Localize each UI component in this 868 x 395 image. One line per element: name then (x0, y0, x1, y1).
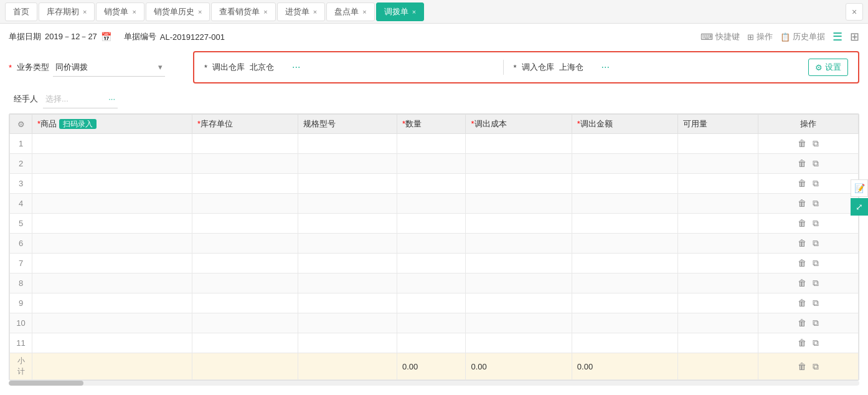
copy-icon[interactable]: ⧉ (813, 278, 819, 288)
history-button[interactable]: 📋 历史单据 (780, 31, 825, 42)
cell-spec[interactable] (298, 154, 397, 174)
right-expand-button[interactable]: ⤢ (851, 198, 868, 216)
cell-goods[interactable] (32, 174, 192, 194)
cell-amount[interactable] (572, 214, 677, 234)
cell-spec[interactable] (298, 174, 397, 194)
cell-spec[interactable] (298, 234, 397, 254)
cell-unit[interactable] (192, 194, 298, 214)
cell-goods[interactable] (32, 274, 192, 293)
copy-icon[interactable]: ⧉ (813, 198, 819, 208)
scroll-thumb[interactable] (9, 381, 83, 386)
cell-spec[interactable] (298, 313, 397, 333)
cell-spec[interactable] (298, 254, 397, 274)
cell-cost[interactable] (466, 234, 572, 254)
tab-sales-history[interactable]: 销货单历史 × (146, 2, 210, 21)
copy-icon[interactable]: ⧉ (813, 318, 819, 328)
cell-amount[interactable] (572, 194, 677, 214)
chevron-down-icon[interactable]: ▾ (158, 62, 163, 72)
right-notes-button[interactable]: 📝 (851, 179, 868, 197)
cell-available[interactable] (678, 254, 758, 274)
cell-amount[interactable] (572, 134, 677, 154)
cell-available[interactable] (678, 214, 758, 234)
cell-available[interactable] (678, 194, 758, 214)
tab-inventory-init[interactable]: 库存期初 × (39, 2, 95, 21)
transfer-out-more-icon[interactable]: ··· (292, 62, 300, 73)
copy-icon[interactable]: ⧉ (813, 258, 819, 268)
delete-icon[interactable]: 🗑 (798, 361, 806, 371)
delete-icon[interactable]: 🗑 (798, 318, 806, 328)
cell-amount[interactable] (572, 313, 677, 333)
cell-goods[interactable] (32, 214, 192, 234)
transfer-in-more-icon[interactable]: ··· (601, 62, 610, 73)
cell-cost[interactable] (466, 293, 572, 313)
cell-goods[interactable] (32, 134, 192, 154)
cell-unit[interactable] (192, 154, 298, 174)
cell-qty[interactable] (397, 313, 466, 333)
cell-cost[interactable] (466, 214, 572, 234)
operator-more-icon[interactable]: ··· (108, 94, 115, 103)
cell-spec[interactable] (298, 194, 397, 214)
close-icon[interactable]: × (263, 8, 267, 16)
delete-icon[interactable]: 🗑 (798, 218, 806, 228)
cell-qty[interactable] (397, 333, 466, 353)
cell-unit[interactable] (192, 254, 298, 274)
cell-amount[interactable] (572, 234, 677, 254)
cell-unit[interactable] (192, 234, 298, 254)
cell-qty[interactable] (397, 214, 466, 234)
cell-unit[interactable] (192, 174, 298, 194)
tab-home[interactable]: 首页 (5, 2, 37, 21)
cell-spec[interactable] (298, 274, 397, 293)
close-icon[interactable]: × (313, 8, 317, 16)
cell-unit[interactable] (192, 214, 298, 234)
tab-inventory[interactable]: 盘点单 × (326, 2, 374, 21)
cell-cost[interactable] (466, 154, 572, 174)
cell-unit[interactable] (192, 313, 298, 333)
cell-cost[interactable] (466, 174, 572, 194)
cell-qty[interactable] (397, 274, 466, 293)
settings-button[interactable]: ⚙ 设置 (808, 59, 848, 76)
cell-amount[interactable] (572, 333, 677, 353)
cell-spec[interactable] (298, 333, 397, 353)
close-icon[interactable]: × (412, 8, 416, 16)
cell-unit[interactable] (192, 293, 298, 313)
cell-qty[interactable] (397, 293, 466, 313)
delete-icon[interactable]: 🗑 (798, 138, 806, 148)
calendar-icon[interactable]: 📅 (101, 32, 111, 42)
close-all-button[interactable]: × (846, 3, 863, 21)
shortcut-button[interactable]: ⌨ 快捷键 (701, 31, 740, 42)
cell-goods[interactable] (32, 194, 192, 214)
scroll-bar[interactable] (9, 381, 859, 386)
cell-goods[interactable] (32, 293, 192, 313)
cell-goods[interactable] (32, 333, 192, 353)
close-icon[interactable]: × (198, 8, 202, 16)
delete-icon[interactable]: 🗑 (798, 338, 806, 348)
operator-select[interactable]: 选择... ··· (43, 90, 118, 108)
delete-icon[interactable]: 🗑 (798, 158, 806, 168)
cell-available[interactable] (678, 234, 758, 254)
layout-grid-icon[interactable]: ⊞ (850, 30, 859, 44)
cell-cost[interactable] (466, 274, 572, 293)
close-icon[interactable]: × (362, 8, 366, 16)
cell-available[interactable] (678, 274, 758, 293)
cell-spec[interactable] (298, 214, 397, 234)
cell-spec[interactable] (298, 293, 397, 313)
cell-amount[interactable] (572, 154, 677, 174)
delete-icon[interactable]: 🗑 (798, 198, 806, 208)
copy-icon[interactable]: ⧉ (813, 338, 819, 348)
cell-qty[interactable] (397, 154, 466, 174)
cell-qty[interactable] (397, 134, 466, 154)
layout-list-icon[interactable]: ☰ (833, 30, 842, 44)
cell-available[interactable] (678, 134, 758, 154)
cell-goods[interactable] (32, 313, 192, 333)
cell-qty[interactable] (397, 234, 466, 254)
cell-goods[interactable] (32, 154, 192, 174)
copy-icon[interactable]: ⧉ (813, 361, 819, 371)
cell-unit[interactable] (192, 134, 298, 154)
tab-purchase[interactable]: 进货单 × (277, 2, 325, 21)
cell-qty[interactable] (397, 194, 466, 214)
copy-icon[interactable]: ⧉ (813, 178, 819, 188)
close-icon[interactable]: × (132, 8, 136, 16)
close-icon[interactable]: × (83, 8, 87, 16)
settings-col-icon[interactable]: ⚙ (17, 120, 25, 129)
cell-available[interactable] (678, 154, 758, 174)
